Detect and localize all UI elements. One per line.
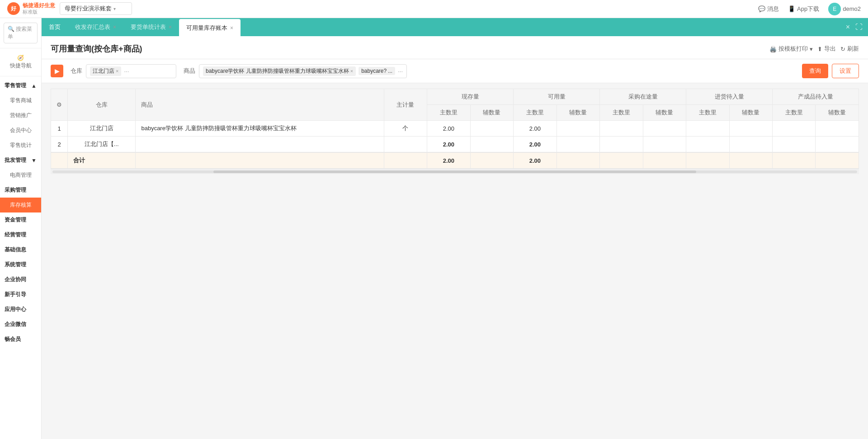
main-layout: 🔍 搜索菜单 🧭 快捷导航 零售管理 ▲ 零售商城 营销推广 会员中心 零售统计 bbox=[0, 18, 868, 439]
product-input[interactable]: babycare学饮杯 儿童防摔防撞吸管杯重力球吸嘴杯宝宝水杯 × babyca… bbox=[199, 64, 407, 78]
th-incoming-main: 主数里 bbox=[686, 105, 729, 121]
summary-incoming-aux bbox=[729, 137, 772, 153]
print-button[interactable]: 🖨️ 按模板打印 ▾ bbox=[769, 45, 813, 53]
top-bar: 好 畅捷通好生意 标准版 母婴行业演示账套 ▾ 💬 消息 📱 App下载 E d… bbox=[0, 0, 868, 18]
warehouse-input[interactable]: 江北门店 × ··· bbox=[86, 64, 176, 78]
settings-button[interactable]: 设置 bbox=[832, 64, 859, 78]
sidebar-item-marketing[interactable]: 营销推广 bbox=[0, 108, 41, 123]
sidebar-item-retail-stats[interactable]: 零售统计 bbox=[0, 138, 41, 153]
product-tag-2-value: babycare? bbox=[361, 68, 387, 74]
footer-avail-aux bbox=[557, 152, 599, 169]
store-selector[interactable]: 母婴行业演示账套 ▾ bbox=[60, 2, 132, 15]
sidebar-item-quick-nav[interactable]: 🧭 快捷导航 bbox=[0, 51, 41, 73]
product-tag-1-value: babycare学饮杯 儿童防摔防撞吸管杯重力球吸嘴杯宝宝水杯 bbox=[206, 67, 349, 75]
warehouse-tag-close[interactable]: × bbox=[116, 68, 118, 74]
sidebar-item-ecommerce[interactable]: 电商管理 bbox=[0, 168, 41, 183]
th-purchase-transit: 采购在途量 bbox=[600, 89, 686, 105]
th-purchase-main: 主数里 bbox=[600, 105, 643, 121]
th-main-unit: 主计量 bbox=[384, 89, 427, 121]
row1-purchase-aux bbox=[643, 121, 686, 137]
row1-avail-aux bbox=[557, 121, 599, 137]
row1-current-aux bbox=[470, 121, 513, 137]
product-tag-2: babycare? ... bbox=[359, 67, 395, 75]
footer-avail-main: 2.00 bbox=[514, 152, 557, 169]
th-avail-aux: 辅数量 bbox=[557, 105, 599, 121]
sidebar-item-retail-mall[interactable]: 零售商城 bbox=[0, 93, 41, 108]
top-bar-right: 💬 消息 📱 App下载 E demo2 bbox=[758, 3, 861, 15]
sidebar-item-guide[interactable]: 新手引导 bbox=[0, 287, 41, 302]
message-icon: 💬 bbox=[758, 5, 765, 12]
tab-order-stats-close[interactable]: × bbox=[169, 24, 172, 30]
sidebar-item-member[interactable]: 会员中心 bbox=[0, 123, 41, 138]
tab-available-inventory-close[interactable]: × bbox=[230, 25, 233, 31]
tab-home[interactable]: 首页 bbox=[42, 18, 68, 36]
footer-empty1 bbox=[51, 152, 68, 169]
footer-current-main: 2.00 bbox=[427, 152, 470, 169]
sidebar-item-enterprise[interactable]: 企业协同 bbox=[0, 272, 41, 287]
top-bar-left: 好 畅捷通好生意 标准版 母婴行业演示账套 ▾ bbox=[7, 2, 132, 15]
filter-toggle-button[interactable]: ▶ bbox=[51, 65, 63, 77]
product-dots[interactable]: ··· bbox=[398, 68, 403, 75]
filter-actions: 查询 设置 bbox=[802, 64, 859, 78]
th-product: 商品 bbox=[136, 89, 384, 121]
app-icon: 📱 bbox=[788, 5, 795, 12]
row1-production-aux bbox=[816, 121, 859, 137]
product-tag-1: babycare学饮杯 儿童防摔防撞吸管杯重力球吸嘴杯宝宝水杯 × bbox=[203, 66, 356, 76]
sidebar-item-wechat[interactable]: 企业微信 bbox=[0, 317, 41, 332]
tab-bar-end: × ⛶ bbox=[844, 21, 868, 33]
search-icon: 🔍 bbox=[8, 26, 14, 32]
scrollbar-track bbox=[52, 170, 857, 173]
app-download-label: App下载 bbox=[797, 5, 819, 13]
row1-avail-main: 2.00 bbox=[514, 121, 557, 137]
summary-index: 2 bbox=[51, 137, 68, 153]
summary-incoming-main bbox=[686, 137, 729, 153]
product-tag-1-close[interactable]: × bbox=[350, 68, 353, 74]
sidebar-item-system[interactable]: 系统管理 bbox=[0, 257, 41, 272]
scrollbar-thumb[interactable] bbox=[213, 170, 696, 173]
th-settings[interactable]: ⚙ bbox=[51, 89, 68, 121]
row1-warehouse: 江北门店 bbox=[68, 121, 136, 137]
table-row: 1 江北门店 babycare学饮杯 儿童防摔防撞吸管杯重力球吸嘴杯宝宝水杯 个… bbox=[51, 121, 859, 137]
sidebar-item-purchase[interactable]: 采购管理 bbox=[0, 183, 41, 198]
refresh-button[interactable]: ↻ 刷新 bbox=[840, 45, 859, 53]
sidebar-group-header-wholesale[interactable]: 批发管理 ▼ bbox=[0, 153, 41, 168]
sidebar-item-operations[interactable]: 经营管理 bbox=[0, 227, 41, 242]
user-area[interactable]: E demo2 bbox=[828, 3, 861, 15]
th-production-aux: 辅数量 bbox=[816, 105, 859, 121]
query-button[interactable]: 查询 bbox=[802, 64, 828, 78]
sidebar-item-finance[interactable]: 资金管理 bbox=[0, 212, 41, 227]
footer-unit bbox=[384, 152, 427, 169]
sidebar-item-app-center[interactable]: 应用中心 bbox=[0, 302, 41, 317]
close-all-tabs-button[interactable]: × bbox=[844, 21, 852, 33]
tab-order-stats[interactable]: 要货单统计表 × bbox=[123, 18, 179, 36]
footer-production-aux bbox=[816, 152, 859, 169]
warehouse-dots[interactable]: ··· bbox=[124, 68, 129, 75]
sidebar-item-inventory[interactable]: 库存核算 bbox=[0, 198, 41, 212]
print-arrow: ▾ bbox=[810, 46, 813, 52]
footer-current-aux bbox=[470, 152, 513, 169]
tab-home-label: 首页 bbox=[49, 23, 61, 31]
message-button[interactable]: 💬 消息 bbox=[758, 5, 779, 13]
tab-available-inventory[interactable]: 可用量库存账本 × bbox=[179, 19, 241, 37]
search-menu-button[interactable]: 🔍 搜索菜单 bbox=[4, 23, 38, 43]
sidebar-item-member2[interactable]: 畅会员 bbox=[0, 332, 41, 347]
export-icon: ⬆ bbox=[817, 46, 822, 52]
summary-current-aux bbox=[470, 137, 513, 153]
export-label: 导出 bbox=[824, 45, 836, 53]
summary-production-aux bbox=[816, 137, 859, 153]
horizontal-scrollbar[interactable] bbox=[51, 169, 859, 174]
export-button[interactable]: ⬆ 导出 bbox=[817, 45, 836, 53]
page-actions: 🖨️ 按模板打印 ▾ ⬆ 导出 ↻ 刷新 bbox=[769, 45, 859, 53]
app-download-button[interactable]: 📱 App下载 bbox=[788, 5, 819, 13]
footer-incoming-aux bbox=[729, 152, 772, 169]
tab-receipt-summary[interactable]: 收发存汇总表 × bbox=[68, 18, 123, 36]
warehouse-tag-value: 江北门店 bbox=[93, 67, 114, 75]
logo-text-group: 畅捷通好生意 标准版 bbox=[23, 2, 55, 15]
sidebar-group-header-retail[interactable]: 零售管理 ▲ bbox=[0, 78, 41, 93]
sidebar-item-basic-info[interactable]: 基础信息 bbox=[0, 242, 41, 257]
print-icon: 🖨️ bbox=[769, 46, 777, 52]
row1-purchase-main bbox=[600, 121, 643, 137]
row1-incoming-aux bbox=[729, 121, 772, 137]
tab-receipt-summary-close[interactable]: × bbox=[113, 24, 116, 30]
maximize-button[interactable]: ⛶ bbox=[854, 21, 864, 33]
